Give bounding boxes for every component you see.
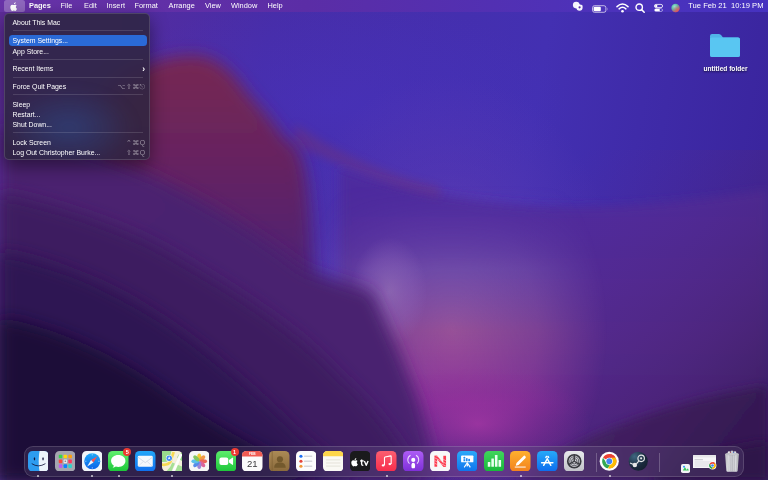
svg-text:FEB: FEB xyxy=(249,452,256,456)
svg-text:21: 21 xyxy=(247,457,258,468)
